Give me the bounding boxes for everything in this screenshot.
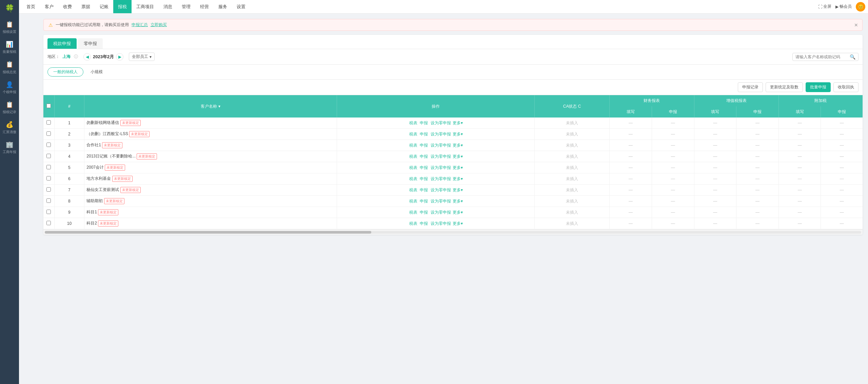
op-more-btn[interactable]: 更多▾ <box>453 143 463 148</box>
nav-business[interactable]: 工商项目 <box>132 0 159 13</box>
nav-billing[interactable]: 收费 <box>58 0 77 13</box>
nav-manage[interactable]: 管理 <box>177 0 195 13</box>
row-checkbox-4[interactable] <box>46 165 51 169</box>
op-zero-link[interactable]: 设为零申报 <box>431 132 451 136</box>
op-tax-link[interactable]: 税表 <box>409 165 417 170</box>
op-submit-link[interactable]: 申报 <box>420 132 428 136</box>
op-more-btn[interactable]: 更多▾ <box>453 199 463 204</box>
op-zero-link[interactable]: 设为零申报 <box>431 165 451 170</box>
tab-zero-declaration[interactable]: 零申报 <box>78 38 103 49</box>
row-checkbox-3[interactable] <box>46 154 51 158</box>
date-display: 2023年2月 <box>93 54 114 60</box>
nav-operation[interactable]: 经营 <box>195 0 214 13</box>
department-selector[interactable]: 全部员工 ▾ <box>129 52 155 61</box>
op-tax-link[interactable]: 税表 <box>409 188 417 192</box>
date-next-button[interactable]: ▶ <box>116 53 123 61</box>
op-tax-link[interactable]: 税表 <box>409 221 417 226</box>
op-tax-link[interactable]: 税表 <box>409 210 417 215</box>
op-more-btn[interactable]: 更多▾ <box>453 188 463 192</box>
op-submit-link[interactable]: 申报 <box>420 121 428 125</box>
update-button[interactable]: 更新统定及取数 <box>766 82 803 92</box>
banner-link-buy[interactable]: 立即购买 <box>151 22 167 28</box>
op-zero-link[interactable]: 设为零申报 <box>431 154 451 159</box>
row-checkbox-7[interactable] <box>46 198 51 203</box>
nav-home[interactable]: 首页 <box>22 0 40 13</box>
op-zero-link[interactable]: 设为零申报 <box>431 210 451 215</box>
batch-submit-button[interactable]: 批量申报 <box>806 82 831 92</box>
sidebar-item-tax-records[interactable]: 📋 报税记录 <box>0 97 19 117</box>
banner-link-summary[interactable]: 申报汇总 <box>132 22 148 28</box>
op-zero-link[interactable]: 设为零申报 <box>431 199 451 204</box>
record-button[interactable]: 申报记录 <box>738 82 763 92</box>
op-more-btn[interactable]: 更多▾ <box>453 121 463 125</box>
op-tax-link[interactable]: 税表 <box>409 176 417 181</box>
sidebar-item-tax-settings[interactable]: 📋 报税设置 <box>0 17 19 37</box>
nav-accounting[interactable]: 记账 <box>95 0 113 13</box>
op-submit-link[interactable]: 申报 <box>420 199 428 204</box>
op-more-btn[interactable]: 更多▾ <box>453 132 463 136</box>
op-zero-link[interactable]: 设为零申报 <box>431 188 451 192</box>
fullscreen-button[interactable]: ⛶ 全屏 <box>818 4 831 9</box>
op-tax-link[interactable]: 税表 <box>409 143 417 148</box>
op-more-btn[interactable]: 更多▾ <box>453 221 463 226</box>
row-financial-submit: — <box>652 207 694 218</box>
member-button[interactable]: ▶ 畅会员 <box>835 4 852 9</box>
row-name: 合作社1 未更新核定 <box>84 140 337 151</box>
horizontal-scrollbar[interactable] <box>43 229 863 235</box>
row-checkbox-9[interactable] <box>46 221 51 225</box>
op-more-btn[interactable]: 更多▾ <box>453 176 463 181</box>
sub-tab-general[interactable]: 一般的纳税人 <box>47 67 83 77</box>
sidebar-item-batch-tax[interactable]: 📊 批量报税 <box>0 37 19 57</box>
sidebar-item-annual-settlement[interactable]: 💰 汇算清缴 <box>0 117 19 137</box>
nav-service[interactable]: 服务 <box>214 0 232 13</box>
row-additional-fill: — <box>778 151 821 162</box>
search-icon[interactable]: 🔍 <box>850 54 855 60</box>
op-submit-link[interactable]: 申报 <box>420 154 428 159</box>
sub-tab-small[interactable]: 小规模 <box>85 67 108 77</box>
row-checkbox-2[interactable] <box>46 143 51 147</box>
nav-client[interactable]: 客户 <box>40 0 58 13</box>
op-submit-link[interactable]: 申报 <box>420 143 428 148</box>
op-zero-link[interactable]: 设为零申报 <box>431 221 451 226</box>
row-operations: 税表 申报 设为零申报 更多▾ <box>337 140 534 151</box>
op-zero-link[interactable]: 设为零申报 <box>431 143 451 148</box>
op-submit-link[interactable]: 申报 <box>420 176 428 181</box>
op-submit-link[interactable]: 申报 <box>420 188 428 192</box>
sidebar-item-tax-overview[interactable]: 📋 报税总览 <box>0 57 19 77</box>
sidebar-item-annual-report[interactable]: 🏢 工商年报 <box>0 137 19 157</box>
row-checkbox-6[interactable] <box>46 187 51 192</box>
row-operations: 税表 申报 设为零申报 更多▾ <box>337 162 534 173</box>
logo[interactable]: 🍀 <box>0 0 19 17</box>
nav-tax[interactable]: 报税 <box>113 0 132 13</box>
op-tax-link[interactable]: 税表 <box>409 199 417 204</box>
sidebar-item-personal-tax[interactable]: 👤 个税申报 <box>0 77 19 97</box>
banner-close-button[interactable]: ✕ <box>854 22 858 28</box>
op-zero-link[interactable]: 设为零申报 <box>431 121 451 125</box>
row-checkbox-8[interactable] <box>46 210 51 214</box>
op-more-btn[interactable]: 更多▾ <box>453 210 463 215</box>
op-tax-link[interactable]: 税表 <box>409 132 417 136</box>
tab-tax-declaration[interactable]: 税款申报 <box>47 38 77 49</box>
op-submit-link[interactable]: 申报 <box>420 221 428 226</box>
user-avatar[interactable]: 😊 <box>856 2 865 12</box>
date-prev-button[interactable]: ◀ <box>83 53 91 61</box>
op-tax-link[interactable]: 税表 <box>409 121 417 125</box>
row-checkbox-1[interactable] <box>46 131 51 136</box>
row-checkbox-5[interactable] <box>46 176 51 180</box>
select-all-checkbox[interactable] <box>46 104 51 108</box>
info-icon[interactable]: ⓘ <box>74 54 78 60</box>
retrieve-button[interactable]: 收取回执 <box>833 82 859 92</box>
op-tax-link[interactable]: 税表 <box>409 154 417 159</box>
nav-invoice[interactable]: 票据 <box>77 0 95 13</box>
op-submit-link[interactable]: 申报 <box>420 210 428 215</box>
op-submit-link[interactable]: 申报 <box>420 165 428 170</box>
nav-message[interactable]: 消息 <box>159 0 177 13</box>
search-input[interactable] <box>795 55 850 59</box>
op-zero-link[interactable]: 设为零申报 <box>431 176 451 181</box>
op-more-btn[interactable]: 更多▾ <box>453 165 463 170</box>
row-name: 勿删新锐网络通信 未更新核定 <box>84 118 337 129</box>
sidebar-item-label-annual-settlement: 汇算清缴 <box>3 130 16 134</box>
row-checkbox-0[interactable] <box>46 120 51 125</box>
nav-settings[interactable]: 设置 <box>232 0 250 13</box>
op-more-btn[interactable]: 更多▾ <box>453 154 463 159</box>
